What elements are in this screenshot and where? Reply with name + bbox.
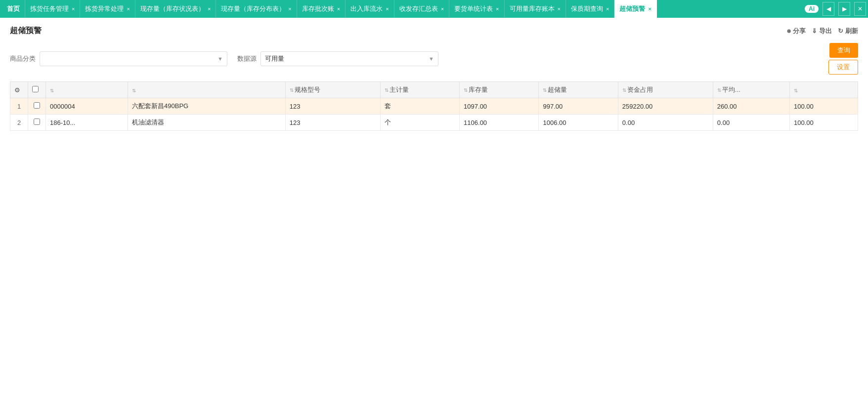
nav-item-1[interactable]: 拣货异常处理× bbox=[80, 0, 135, 18]
gear-icon[interactable]: ⚙ bbox=[14, 86, 20, 94]
nav-item-4[interactable]: 库存批次账× bbox=[297, 0, 346, 18]
col-product-code[interactable]: ⇅ bbox=[46, 82, 128, 98]
page-content: 超储预警 ⎈ 分享 ⇓ 导出 ↻ 刷新 商品分类 ▼ 数据源 bbox=[0, 18, 868, 139]
row-overstock: 997.00 bbox=[539, 98, 618, 115]
nav-item-label: 要货单统计表 bbox=[454, 4, 493, 13]
row-capital: 0.00 bbox=[618, 115, 713, 131]
col-product-name[interactable]: ⇅ bbox=[128, 82, 286, 98]
row-spec: 123 bbox=[285, 98, 380, 115]
row-unit: 个 bbox=[380, 115, 459, 131]
datasource-select[interactable]: 可用量 ▼ bbox=[260, 51, 438, 66]
nav-item-close-icon[interactable]: × bbox=[558, 6, 561, 12]
row-capital: 259220.00 bbox=[618, 98, 713, 115]
ai-badge: Ai bbox=[805, 5, 819, 13]
nav-right: Ai ◀ ▶ ✕ bbox=[805, 2, 866, 16]
nav-close-button[interactable]: ✕ bbox=[854, 2, 866, 16]
col-unit[interactable]: ⇅主计量 bbox=[380, 82, 459, 98]
nav-item-label: 保质期查询 bbox=[571, 4, 603, 13]
select-all-checkbox[interactable] bbox=[32, 86, 39, 92]
nav-home[interactable]: 首页 bbox=[2, 0, 25, 18]
page-header: 超储预警 ⎈ 分享 ⇓ 导出 ↻ 刷新 bbox=[10, 26, 858, 36]
nav-next-button[interactable]: ▶ bbox=[838, 2, 850, 16]
row-product-code: 186-10... bbox=[46, 115, 128, 131]
page-title: 超储预警 bbox=[10, 26, 42, 36]
filter-buttons: 查询 设置 bbox=[828, 43, 858, 75]
datasource-value: 可用量 bbox=[265, 54, 284, 63]
export-button[interactable]: ⇓ 导出 bbox=[812, 27, 832, 36]
page-actions: ⎈ 分享 ⇓ 导出 ↻ 刷新 bbox=[787, 27, 858, 36]
row-spec: 123 bbox=[285, 115, 380, 131]
col-stock[interactable]: ⇅库存量 bbox=[460, 82, 539, 98]
col-max-stock[interactable]: ⇅ bbox=[789, 82, 858, 98]
row-num: 2 bbox=[10, 115, 28, 131]
product-category-chevron-icon: ▼ bbox=[217, 56, 223, 62]
nav-item-2[interactable]: 现存量（库存状况表）× bbox=[135, 0, 216, 18]
col-capital[interactable]: ⇅资金占用 bbox=[618, 82, 713, 98]
row-max-stock: 100.00 bbox=[789, 98, 858, 115]
col-overstock[interactable]: ⇅超储量 bbox=[539, 82, 618, 98]
datasource-filter: 数据源 可用量 ▼ bbox=[237, 51, 438, 66]
nav-home-label: 首页 bbox=[7, 4, 20, 13]
nav-item-label: 库存批次账 bbox=[302, 4, 334, 13]
row-product-code: 0000004 bbox=[46, 98, 128, 115]
nav-item-close-icon[interactable]: × bbox=[72, 6, 75, 12]
nav-item-label: 收发存汇总表 bbox=[399, 4, 438, 13]
nav-item-close-icon[interactable]: × bbox=[386, 6, 389, 12]
data-table: ⚙ ⇅ ⇅ ⇅规格型号 ⇅主计量 ⇅库存量 bbox=[10, 81, 858, 131]
row-checkbox-cell bbox=[28, 98, 46, 115]
nav-item-close-icon[interactable]: × bbox=[337, 6, 340, 12]
query-button[interactable]: 查询 bbox=[829, 43, 858, 58]
row-stock: 1106.00 bbox=[460, 115, 539, 131]
datasource-label: 数据源 bbox=[237, 54, 257, 63]
nav-item-label: 拣货任务管理 bbox=[30, 4, 69, 13]
nav-item-close-icon[interactable]: × bbox=[208, 6, 211, 12]
table-header: ⚙ ⇅ ⇅ ⇅规格型号 ⇅主计量 ⇅库存量 bbox=[10, 82, 858, 98]
nav-item-label: 可用量库存账本 bbox=[510, 4, 555, 13]
nav-item-close-icon[interactable]: × bbox=[288, 6, 291, 12]
nav-item-5[interactable]: 出入库流水× bbox=[346, 0, 394, 18]
nav-item-close-icon[interactable]: × bbox=[606, 6, 609, 12]
datasource-chevron-icon: ▼ bbox=[429, 56, 434, 62]
nav-item-close-icon[interactable]: × bbox=[127, 6, 130, 12]
row-avg: 260.00 bbox=[713, 98, 789, 115]
row-unit: 套 bbox=[380, 98, 459, 115]
nav-item-7[interactable]: 要货单统计表× bbox=[449, 0, 504, 18]
row-avg: 0.00 bbox=[713, 115, 789, 131]
col-checkbox bbox=[28, 82, 46, 98]
nav-item-3[interactable]: 现存量（库存分布表）× bbox=[216, 0, 297, 18]
nav-item-8[interactable]: 可用量库存账本× bbox=[505, 0, 566, 18]
table-row: 1 0000004 六配套新昌490BPG 123 套 1097.00 997.… bbox=[10, 98, 858, 115]
row-max-stock: 100.00 bbox=[789, 115, 858, 131]
nav-prev-button[interactable]: ◀ bbox=[823, 2, 834, 16]
row-stock: 1097.00 bbox=[460, 98, 539, 115]
row-checkbox-cell bbox=[28, 115, 46, 131]
nav-item-label: 出入库流水 bbox=[350, 4, 383, 13]
nav-item-label: 超储预警 bbox=[619, 4, 645, 13]
nav-item-10[interactable]: 超储预警× bbox=[614, 0, 656, 18]
row-checkbox[interactable] bbox=[34, 118, 40, 125]
table-row: 2 186-10... 机油滤清器 123 个 1106.00 1006.00 … bbox=[10, 115, 858, 131]
row-num: 1 bbox=[10, 98, 28, 115]
row-checkbox[interactable] bbox=[34, 102, 40, 109]
refresh-icon: ↻ bbox=[838, 27, 843, 35]
nav-item-close-icon[interactable]: × bbox=[441, 6, 444, 12]
product-category-select[interactable]: ▼ bbox=[40, 51, 227, 66]
nav-item-close-icon[interactable]: × bbox=[648, 6, 651, 12]
product-category-filter: 商品分类 ▼ bbox=[10, 51, 227, 66]
col-avg[interactable]: ⇅平均... bbox=[713, 82, 789, 98]
product-category-label: 商品分类 bbox=[10, 54, 36, 63]
nav-item-9[interactable]: 保质期查询× bbox=[566, 0, 614, 18]
filter-area: 商品分类 ▼ 数据源 可用量 ▼ 查询 设置 bbox=[10, 43, 858, 75]
refresh-button[interactable]: ↻ 刷新 bbox=[838, 27, 858, 36]
export-label: 导出 bbox=[819, 27, 832, 36]
col-settings: ⚙ bbox=[10, 82, 28, 98]
col-spec[interactable]: ⇅规格型号 bbox=[285, 82, 380, 98]
share-icon: ⎈ bbox=[787, 27, 791, 35]
share-button[interactable]: ⎈ 分享 bbox=[787, 27, 806, 36]
settings-button[interactable]: 设置 bbox=[828, 60, 858, 75]
table-body: 1 0000004 六配套新昌490BPG 123 套 1097.00 997.… bbox=[10, 98, 858, 131]
row-product-name: 机油滤清器 bbox=[128, 115, 286, 131]
nav-item-close-icon[interactable]: × bbox=[496, 6, 499, 12]
nav-item-6[interactable]: 收发存汇总表× bbox=[394, 0, 449, 18]
nav-item-0[interactable]: 拣货任务管理× bbox=[25, 0, 80, 18]
